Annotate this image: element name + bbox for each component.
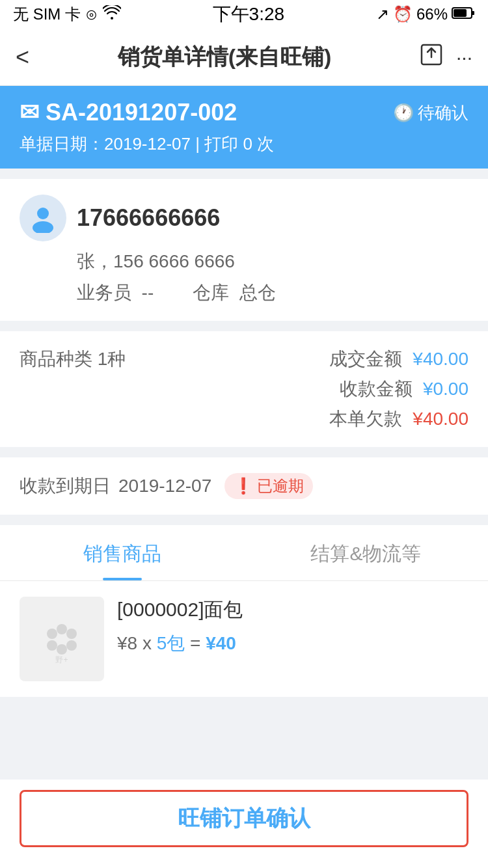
product-name: [0000002]面包 — [117, 597, 468, 623]
customer-main-row: 17666666666 — [20, 195, 468, 241]
order-icon: ✉ — [20, 99, 39, 126]
product-type-label: 商品种类 1种 — [20, 347, 126, 372]
overdue-text: 已逾期 — [257, 476, 304, 496]
alarm-icon: ⏰ — [393, 5, 413, 23]
svg-text:野+: 野+ — [55, 655, 68, 664]
svg-rect-2 — [454, 9, 467, 17]
customer-staff-row: 业务员 -- 仓库 总仓 — [77, 280, 468, 305]
svg-point-9 — [47, 640, 57, 651]
equals-sign: = — [185, 633, 206, 653]
avatar — [20, 195, 66, 241]
product-price: ¥8 x — [117, 633, 157, 653]
order-status: 🕐 待确认 — [393, 102, 468, 124]
order-id: ✉ SA-20191207-002 — [20, 99, 237, 126]
wifi-icon — [103, 5, 121, 23]
svg-point-6 — [47, 629, 57, 639]
svg-point-7 — [66, 629, 77, 639]
summary-right: 成交金额 ¥40.00 收款金额 ¥0.00 本单欠款 ¥40.00 — [329, 347, 468, 431]
product-info: [0000002]面包 ¥8 x 5包 = ¥40 — [117, 597, 468, 656]
status-right: ↗ ⏰ 66% — [376, 5, 475, 23]
product-price-row: ¥8 x 5包 = ¥40 — [117, 631, 468, 656]
more-button[interactable]: ··· — [456, 46, 472, 68]
svg-point-11 — [57, 644, 67, 655]
summary-left: 商品种类 1种 — [20, 347, 126, 372]
due-label: 收款到期日 — [20, 474, 111, 498]
owed-label: 本单欠款 — [329, 407, 402, 431]
summary-card: 商品种类 1种 成交金额 ¥40.00 收款金额 ¥0.00 本单欠款 ¥40.… — [0, 331, 488, 447]
deal-amount-row: 成交金额 ¥40.00 — [329, 347, 468, 372]
owed-value: ¥40.00 — [413, 409, 468, 429]
svg-point-10 — [66, 640, 77, 651]
product-image: 野+ — [20, 597, 104, 681]
staff-label: 业务员 -- — [77, 280, 154, 305]
svg-point-8 — [57, 624, 67, 634]
order-meta: 单据日期：2019-12-07 | 打印 0 次 — [20, 133, 468, 156]
due-date-card: 收款到期日 2019-12-07 ❗ 已逾期 — [0, 457, 488, 515]
product-card: 野+ [0000002]面包 ¥8 x 5包 = ¥40 — [0, 581, 488, 697]
page-title: 销货单详情(来自旺铺) — [118, 42, 332, 72]
svg-point-4 — [37, 208, 49, 219]
svg-rect-1 — [472, 11, 474, 15]
received-label: 收款金额 — [340, 377, 413, 401]
owed-amount-row: 本单欠款 ¥40.00 — [329, 407, 468, 431]
confirm-order-button[interactable]: 旺铺订单确认 — [20, 790, 468, 847]
svg-point-5 — [33, 221, 53, 233]
customer-detail: 张，156 6666 6666 — [77, 249, 468, 274]
customer-card: 17666666666 张，156 6666 6666 业务员 -- 仓库 总仓 — [0, 179, 488, 321]
overdue-icon: ❗ — [234, 477, 253, 495]
product-total: ¥40 — [206, 633, 236, 653]
tabs-bar: 销售商品 结算&物流等 — [0, 525, 488, 581]
tab-settlement[interactable]: 结算&物流等 — [244, 525, 488, 580]
order-header-row: ✉ SA-20191207-002 🕐 待确认 — [20, 99, 468, 126]
back-button[interactable]: < — [16, 44, 29, 71]
deal-label: 成交金额 — [329, 347, 402, 372]
share-button[interactable] — [420, 43, 443, 71]
deal-value: ¥40.00 — [413, 349, 468, 370]
tab-sales-product[interactable]: 销售商品 — [0, 525, 244, 580]
nav-bar: < 销货单详情(来自旺铺) ··· — [0, 29, 488, 86]
battery-label: 66% — [416, 5, 448, 23]
customer-phone: 17666666666 — [77, 204, 220, 232]
order-banner: ✉ SA-20191207-002 🕐 待确认 单据日期：2019-12-07 … — [0, 86, 488, 169]
bottom-spacer — [0, 697, 488, 775]
due-date-value: 2019-12-07 — [118, 476, 211, 496]
status-left: 无 SIM 卡 ⊙ — [13, 4, 121, 25]
overdue-badge: ❗ 已逾期 — [224, 473, 313, 499]
received-amount-row: 收款金额 ¥0.00 — [340, 377, 468, 401]
clock-icon: 🕐 — [393, 103, 414, 123]
battery-icon — [452, 5, 475, 23]
warehouse-label: 仓库 总仓 — [193, 280, 276, 305]
status-bar: 无 SIM 卡 ⊙ 下午3:28 ↗ ⏰ 66% — [0, 0, 488, 29]
location-icon: ↗ — [376, 5, 389, 23]
bottom-bar: 旺铺订单确认 — [0, 780, 488, 868]
product-qty: 5包 — [157, 633, 185, 653]
received-value: ¥0.00 — [423, 379, 468, 400]
status-time: 下午3:28 — [213, 2, 285, 27]
nav-actions: ··· — [420, 43, 472, 71]
sim-label: 无 SIM 卡 ⊙ — [13, 4, 98, 25]
